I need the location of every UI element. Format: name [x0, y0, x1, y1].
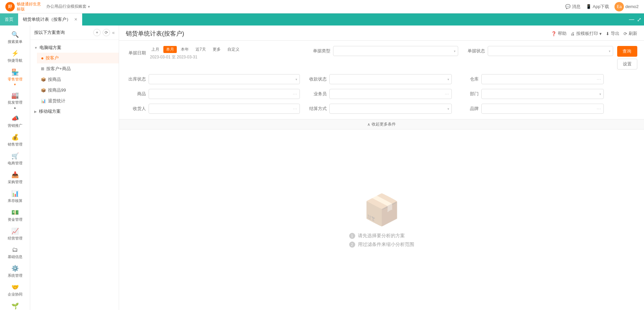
inventory-icon: 📊: [11, 190, 19, 197]
sidebar-item-operations[interactable]: 📈 经营管理: [0, 225, 30, 244]
scheme-item-by-goods[interactable]: 📦 按商品: [37, 74, 119, 85]
date-tab-this-month[interactable]: 本月: [163, 46, 177, 53]
avatar: Ea: [614, 2, 624, 11]
sidebar-item-quicknav[interactable]: ⚡ 快捷导航: [0, 47, 30, 66]
sidebar-item-marketing[interactable]: 📣 营销推广: [0, 112, 30, 131]
header-right: 💬 消息 📱 App下载 Ea demo2: [565, 2, 639, 11]
by-customer-goods-icon: ⊞: [41, 66, 44, 71]
sidebar-item-newbie[interactable]: 🌱 新手引导: [0, 300, 30, 310]
page-title: 销货单统计表(按客户): [126, 30, 184, 38]
refresh-button[interactable]: ⟳ 刷新: [624, 31, 637, 37]
sidebar-item-basic[interactable]: 🗂 基础信息: [0, 244, 30, 262]
scheme-item-return-stats[interactable]: 📊 退货统计: [37, 96, 119, 106]
settings-button[interactable]: 设置: [617, 59, 637, 69]
desktop-chevron-icon: ▼: [34, 46, 38, 50]
brand-input[interactable]: [481, 104, 604, 114]
department-select[interactable]: [481, 89, 604, 99]
tab-home[interactable]: 首页: [0, 13, 18, 25]
sidebar-item-ecommerce[interactable]: 🛒 电商管理: [0, 150, 30, 168]
sidebar: 🔍 搜索菜单 ⚡ 快捷导航 🏪 零售管理 ▼ 🏭 批发管理 ▲ 📣 营销推广: [0, 25, 30, 310]
empty-state: 📦 1 请先选择要分析的方案 2 用过滤条件来缩小分析范围: [119, 130, 644, 310]
collapse-label: 收起更多条件: [372, 121, 396, 127]
outbound-label: 出库状态: [126, 76, 146, 82]
app-subtitle-chevron[interactable]: ▾: [88, 4, 90, 9]
top-header: 好 畅捷通好生意 标版 办公用品行业模拟账套 ▾ 💬 消息 📱 App下载: [0, 0, 644, 13]
sidebar-item-inventory[interactable]: 📊 库存核算: [0, 187, 30, 206]
warehouse-input[interactable]: [481, 74, 604, 84]
tab-expand-actions: — ⤢: [629, 16, 641, 23]
sidebar-item-finance[interactable]: 💵 资金管理: [0, 206, 30, 225]
user-menu[interactable]: Ea demo2: [614, 2, 639, 11]
filter-action-buttons: 查询 设置: [617, 46, 637, 69]
order-type-label: 单据类型: [310, 48, 330, 54]
tab-sales-stats-label: 销货单统计表（按客户）: [23, 16, 71, 22]
scheme-panel: 按以下方案查询 + ⟳ « ▼ 电脑端方案: [30, 25, 119, 310]
scheme-add-btn[interactable]: +: [93, 29, 101, 36]
tab-minimize-icon[interactable]: —: [629, 16, 634, 23]
tree-group-mobile: ▶ 移动端方案: [30, 106, 119, 116]
scheme-item-by-goods-99[interactable]: 📦 按商品99: [37, 85, 119, 96]
sales-icon: 💰: [11, 134, 19, 141]
payment-select[interactable]: [329, 74, 452, 84]
sidebar-item-system[interactable]: ⚙️ 系统管理: [0, 262, 30, 281]
search-button[interactable]: 查询: [617, 46, 637, 57]
date-range-display: 2023-03-01 至 2023-03-31: [150, 54, 242, 60]
warehouse-control: ···: [481, 74, 604, 84]
sidebar-item-wholesale[interactable]: 🏭 批发管理 ▲: [0, 89, 30, 112]
scheme-refresh-btn[interactable]: ⟳: [103, 29, 110, 36]
payment-label: 收款状态: [307, 76, 327, 82]
sidebar-item-retail[interactable]: 🏪 零售管理 ▼: [0, 66, 30, 89]
retail-icon: 🏪: [11, 68, 19, 76]
sidebar-item-enterprise[interactable]: 🤝 企业协同: [0, 281, 30, 300]
order-status-select[interactable]: [488, 46, 613, 56]
date-tab-custom[interactable]: 自定义: [225, 46, 242, 53]
mobile-chevron-icon: ▶: [34, 110, 37, 113]
export-button[interactable]: ⬇ 导出: [606, 31, 620, 37]
app-download-button[interactable]: 📱 App下载: [586, 4, 609, 10]
date-tab-more[interactable]: 更多: [210, 46, 223, 53]
date-tab-last-7[interactable]: 近7天: [193, 46, 209, 53]
tab-close-icon[interactable]: ✕: [74, 17, 77, 22]
wholesale-chevron-icon: ▲: [13, 106, 16, 109]
goods-input[interactable]: [149, 89, 300, 99]
department-control: ▾: [481, 89, 604, 99]
outbound-select[interactable]: [149, 74, 300, 84]
scheme-item-by-customer[interactable]: ● 按客户: [37, 53, 119, 63]
tab-sales-stats[interactable]: 销货单统计表（按客户） ✕: [18, 13, 82, 25]
date-tab-last-month[interactable]: 上月: [149, 46, 162, 53]
help-button[interactable]: ❓ 帮助: [551, 31, 567, 37]
receiver-input[interactable]: [149, 104, 300, 114]
scheme-item-by-customer-goods[interactable]: ⊞ 按客户+商品: [37, 63, 119, 74]
enterprise-icon: 🤝: [11, 283, 19, 291]
settlement-control: ▾: [329, 104, 452, 114]
salesperson-control: ···: [329, 89, 452, 99]
goods-label: 商品: [126, 91, 146, 97]
retail-chevron-icon: ▼: [13, 83, 16, 86]
empty-hint-1: 1 请先选择要分析的方案: [349, 233, 414, 239]
sidebar-item-purchase[interactable]: 📥 采购管理: [0, 168, 30, 187]
collapse-bar[interactable]: ∧ 收起更多条件: [119, 119, 644, 130]
message-button[interactable]: 💬 消息: [565, 4, 581, 10]
salesperson-input[interactable]: [329, 89, 452, 99]
by-goods-99-label: 按商品99: [48, 87, 115, 93]
tree-group-mobile-header[interactable]: ▶ 移动端方案: [30, 106, 119, 116]
header-left: 好 畅捷通好生意 标版 办公用品行业模拟账套 ▾: [5, 2, 90, 11]
date-tab-this-year[interactable]: 本年: [178, 46, 192, 53]
tree-group-desktop-header[interactable]: ▼ 电脑端方案: [30, 43, 119, 53]
print-button[interactable]: 🖨 按模板打印 ▾: [571, 31, 602, 37]
empty-illustration: 📦: [363, 192, 400, 227]
logo-area: 好 畅捷通好生意 标版: [5, 2, 41, 11]
sidebar-item-search[interactable]: 🔍 搜索菜单: [0, 28, 30, 47]
by-customer-icon: ●: [41, 55, 44, 61]
logo-icon: 好: [5, 2, 15, 11]
sidebar-item-sales[interactable]: 💰 销售管理: [0, 131, 30, 150]
by-customer-goods-label: 按客户+商品: [46, 66, 115, 72]
operations-icon: 📈: [11, 227, 19, 235]
settlement-select[interactable]: [329, 104, 452, 114]
by-customer-label: 按客户: [46, 55, 115, 61]
scheme-title: 按以下方案查询: [34, 30, 65, 36]
tab-maximize-icon[interactable]: ⤢: [637, 16, 641, 23]
scheme-collapse-btn[interactable]: «: [112, 30, 115, 35]
order-type-select[interactable]: [333, 46, 459, 56]
purchase-icon: 📥: [11, 171, 19, 178]
